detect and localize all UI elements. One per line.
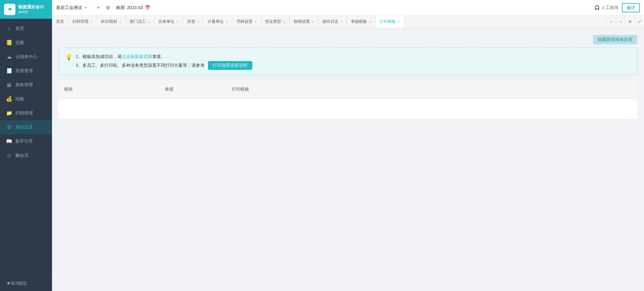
- tab-首页[interactable]: 首页: [52, 15, 68, 28]
- info-line1-suffix: 查看。: [152, 54, 165, 59]
- kuaiji-button[interactable]: 会计: [622, 3, 640, 12]
- sidebar-item-archive[interactable]: 📁归档管理: [0, 106, 52, 120]
- help-button[interactable]: 🎧 人工咨询: [594, 5, 619, 11]
- logo-text-block: 畅捷通好会计 旗舰版: [18, 4, 44, 15]
- topbar-right: 🎧 人工咨询 会计: [594, 3, 640, 12]
- tab-label: 操作日志: [322, 19, 338, 25]
- table-body: [59, 99, 637, 119]
- headset-icon: 🎧: [594, 5, 600, 10]
- calendar-icon: 📅: [145, 5, 150, 10]
- tab-scroll-left[interactable]: ‹: [606, 15, 616, 28]
- settle-icon: 💰: [6, 96, 12, 102]
- tab-close-icon[interactable]: ×: [91, 20, 93, 24]
- tab-close-icon[interactable]: ×: [369, 20, 371, 24]
- hide-preview-button[interactable]: 隐藏预置模板设置: [593, 35, 637, 44]
- tab-close-icon[interactable]: ×: [340, 20, 342, 24]
- tab-label: 归档管理: [72, 19, 89, 25]
- company-selector[interactable]: 基层工会测试 ▾: [56, 5, 87, 11]
- action-bar: 隐藏预置模板设置: [59, 35, 637, 44]
- content-area: 隐藏预置模板设置 💡 1、模板添加成功后，请点击刷新新页面查看。 2、多员工、多…: [52, 28, 644, 291]
- tab-close-icon[interactable]: ×: [312, 20, 314, 24]
- tab-单据模板[interactable]: 单据模板×: [347, 15, 375, 28]
- tab-label: 凭证类型: [265, 19, 281, 25]
- ledger-icon: 📒: [6, 40, 12, 46]
- ledger-label: 总账: [15, 40, 24, 46]
- invoice-icon: 🧾: [6, 68, 12, 74]
- tab-label: 币种设置: [236, 19, 253, 25]
- tab-部门员工[interactable]: 部门员工×: [126, 15, 154, 28]
- sidebar: ✦ 畅捷通好会计 旗舰版 ⌂首页📒总账☁云报表中心🧾发票管理🏛税务管理💰结账📁归…: [0, 0, 52, 291]
- info-line1-prefix: 1、模板添加成功后，请: [76, 54, 122, 59]
- topbar: 基层工会测试 ▾ | ＋ ⚙ 账期 2023-03 📅 🎧 人工咨询 会计: [52, 0, 644, 15]
- tab-label: 单据模板: [351, 19, 367, 25]
- company-dropdown-icon: ▾: [84, 5, 87, 10]
- home-label: 首页: [15, 26, 24, 32]
- sidebar-item-settings[interactable]: ⚙基础设置: [0, 120, 52, 134]
- tab-close-icon[interactable]: ×: [176, 20, 178, 24]
- period-selector[interactable]: 账期 2023-03 📅: [116, 5, 150, 11]
- sidebar-item-guide[interactable]: 📖新手引导: [0, 134, 52, 148]
- tab-往来单位[interactable]: 往来单位×: [154, 15, 183, 28]
- tab-label: 往来单位: [158, 19, 174, 25]
- report-label: 云报表中心: [15, 54, 37, 60]
- tab-计量单位[interactable]: 计量单位×: [204, 15, 232, 28]
- period-value: 2023-03: [127, 5, 143, 10]
- tab-close-icon[interactable]: ×: [119, 20, 121, 24]
- app-name: 畅捷通好会计: [18, 4, 44, 10]
- sidebar-logo: ✦ 畅捷通好会计 旗舰版: [0, 0, 52, 19]
- tab-label: 财税设置: [294, 19, 310, 25]
- col-receipt-header: 单据: [159, 84, 226, 95]
- tab-归档管理[interactable]: 归档管理×: [68, 15, 97, 28]
- tax-label: 税务管理: [15, 82, 33, 88]
- unpin-label: ◀ 取消固定: [6, 281, 27, 286]
- table-header: 模块 单据 打印模板: [59, 80, 637, 99]
- tab-close-icon[interactable]: ×: [197, 20, 199, 24]
- tab-币种设置[interactable]: 币种设置×: [232, 15, 261, 28]
- member-label: 畅会员: [15, 152, 29, 158]
- info-box: 💡 1、模板添加成功后，请点击刷新新页面查看。 2、多员工、多打印机、多种业务类…: [59, 48, 637, 75]
- tab-财税设置[interactable]: 财税设置×: [290, 15, 318, 28]
- app-edition: 旗舰版: [18, 10, 44, 14]
- help-label: 人工咨询: [601, 5, 619, 11]
- invoice-label: 发票管理: [15, 68, 33, 74]
- sidebar-item-member[interactable]: ◇畅会员: [0, 148, 52, 162]
- period-label: 账期: [116, 5, 125, 11]
- tab-存货[interactable]: 存货×: [183, 15, 204, 28]
- print-scene-button[interactable]: 打印场景设置说明: [208, 61, 252, 70]
- tab-label: 部门员工: [130, 19, 146, 25]
- tab-凭证类型[interactable]: 凭证类型×: [261, 15, 289, 28]
- tab-maximize[interactable]: ⤢: [635, 15, 644, 28]
- add-tab-button[interactable]: ＋: [94, 4, 102, 11]
- tab-close-icon[interactable]: ×: [255, 20, 257, 24]
- tab-close-icon[interactable]: ×: [226, 20, 228, 24]
- tab-打印模板[interactable]: 打印模板×: [376, 15, 404, 28]
- sidebar-item-ledger[interactable]: 📒总账: [0, 36, 52, 50]
- tab-操作日志[interactable]: 操作日志×: [318, 15, 347, 28]
- col-module-header: 模块: [59, 84, 159, 95]
- tab-label: 科目期初: [101, 19, 117, 25]
- company-name: 基层工会测试: [56, 5, 82, 11]
- settings-gear-icon[interactable]: ⚙: [106, 5, 110, 11]
- tab-close-icon[interactable]: ×: [398, 19, 400, 23]
- tab-科目期初[interactable]: 科目期初×: [97, 15, 125, 28]
- tab-close-icon[interactable]: ×: [148, 20, 150, 24]
- tab-close-all[interactable]: ✕: [625, 15, 635, 28]
- tab-close-icon[interactable]: ×: [283, 20, 285, 24]
- refresh-link[interactable]: 点击刷新新页面: [122, 54, 152, 59]
- settle-label: 结账: [15, 96, 24, 102]
- tab-label: 首页: [56, 19, 64, 25]
- tab-scroll-right[interactable]: ›: [616, 15, 625, 28]
- sidebar-item-invoice[interactable]: 🧾发票管理: [0, 64, 52, 78]
- sidebar-item-home[interactable]: ⌂首页: [0, 21, 52, 36]
- tab-label: 计量单位: [208, 19, 224, 25]
- sidebar-item-settle[interactable]: 💰结账: [0, 92, 52, 106]
- main-area: 基层工会测试 ▾ | ＋ ⚙ 账期 2023-03 📅 🎧 人工咨询 会计 首页…: [52, 0, 644, 291]
- home-icon: ⌂: [6, 26, 12, 32]
- logo-icon: ✦: [4, 4, 15, 15]
- sidebar-item-tax[interactable]: 🏛税务管理: [0, 78, 52, 92]
- sidebar-unpin[interactable]: ◀ 取消固定: [0, 276, 52, 291]
- tab-nav-arrows: ‹ › ✕ ⤢: [606, 15, 644, 28]
- tabbar: 首页归档管理×科目期初×部门员工×往来单位×存货×计量单位×币种设置×凭证类型×…: [52, 15, 644, 28]
- archive-label: 归档管理: [15, 110, 33, 116]
- sidebar-item-report[interactable]: ☁云报表中心: [0, 50, 52, 64]
